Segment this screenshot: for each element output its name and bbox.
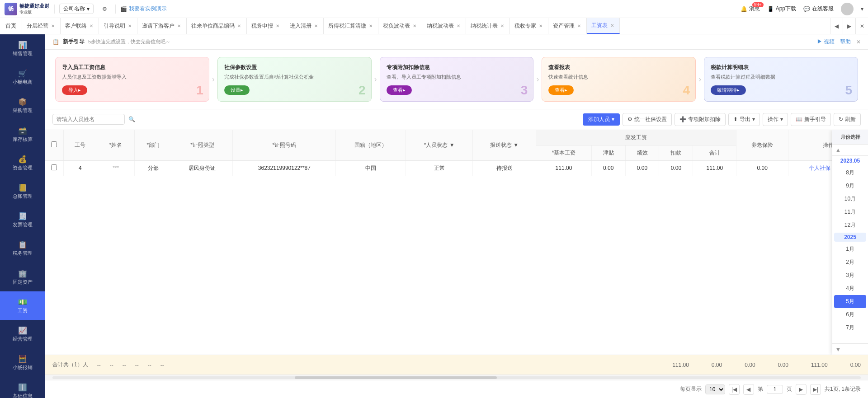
sidebar-item-tax[interactable]: 📋 税务管理 bbox=[0, 234, 45, 262]
refresh-btn[interactable]: ↻ 刷新 bbox=[834, 113, 861, 126]
online-service-btn[interactable]: 💬 在线客服 bbox=[803, 5, 834, 13]
month-item-2[interactable]: 2月 bbox=[832, 256, 868, 269]
month-up-icon[interactable]: ▲ bbox=[835, 146, 841, 154]
month-item-12[interactable]: 12月 bbox=[832, 219, 868, 232]
tab-fenceng[interactable]: 分层经营✕ bbox=[22, 18, 61, 34]
sidebar-item-inventory[interactable]: 🗃️ 库存核算 bbox=[0, 120, 45, 149]
step-2-btn[interactable]: 设置▸ bbox=[224, 85, 250, 95]
tab-close-icon[interactable]: ✕ bbox=[500, 23, 505, 29]
unify-social-btn[interactable]: ⚙ 统一社保设置 bbox=[623, 113, 672, 126]
first-page-btn[interactable]: |◀ bbox=[729, 384, 740, 395]
month-item-8[interactable]: 8月 bbox=[832, 166, 868, 179]
month-down-icon[interactable]: ▼ bbox=[835, 346, 841, 353]
filter-icon2[interactable]: ▼ bbox=[513, 142, 519, 148]
next-page-btn[interactable]: ▶ bbox=[796, 384, 807, 395]
app-download-btn[interactable]: 📱 App下载 bbox=[767, 5, 796, 13]
tab-suode[interactable]: 所得税汇算清缴✕ bbox=[324, 18, 378, 34]
newbie-guide-btn[interactable]: 📖 新手引导 bbox=[791, 113, 831, 126]
tab-home[interactable]: 首页 bbox=[0, 18, 22, 34]
prev-page-btn[interactable]: ◀ bbox=[743, 384, 754, 395]
action-btn[interactable]: 操作 ▾ bbox=[763, 113, 788, 126]
tab-close-icon[interactable]: ✕ bbox=[236, 23, 242, 29]
tab-shuijian[interactable]: 税收专家✕ bbox=[510, 18, 548, 34]
sidebar-item-finance[interactable]: 💰 资金管理 bbox=[0, 149, 45, 177]
tab-close-icon[interactable]: ✕ bbox=[176, 23, 182, 29]
sidebar-item-salary[interactable]: 💵 工资 bbox=[0, 291, 45, 320]
sidebar-item-operation[interactable]: 📈 经营管理 bbox=[0, 320, 45, 348]
tab-close-icon[interactable]: ✕ bbox=[127, 23, 132, 29]
special-deduct-btn[interactable]: ➕ 专项附加扣除 bbox=[675, 113, 726, 126]
pagination-bar: 每页显示 10 20 50 |◀ ◀ 第 页 ▶ ▶| 共1页, 1条记录 bbox=[45, 380, 868, 398]
tab-qingce[interactable]: 进入清册✕ bbox=[285, 18, 324, 34]
sidebar-item-ledger[interactable]: 📒 总账管理 bbox=[0, 177, 45, 206]
step-4-btn[interactable]: 查看▸ bbox=[548, 85, 574, 95]
month-item-11[interactable]: 11月 bbox=[832, 206, 868, 219]
guide-close-btn[interactable]: ✕ bbox=[856, 39, 861, 45]
sidebar-item-sales[interactable]: 📊 销售管理 bbox=[0, 34, 45, 63]
search-icon[interactable]: 🔍 bbox=[128, 116, 135, 122]
month-item-9[interactable]: 9月 bbox=[832, 179, 868, 192]
step-1-btn[interactable]: 导入▸ bbox=[62, 85, 87, 95]
tab-close-icon[interactable]: ✕ bbox=[275, 23, 280, 29]
tab-yaoqing[interactable]: 邀请下游客户✕ bbox=[137, 18, 187, 34]
sidebar-item-basic[interactable]: ℹ️ 基础信息 bbox=[0, 377, 45, 398]
tab-close-all-btn[interactable]: ✕ bbox=[855, 18, 868, 34]
settings-icon[interactable]: ⚙ bbox=[98, 3, 111, 15]
last-page-btn[interactable]: ▶| bbox=[810, 384, 821, 395]
tab-shuifu[interactable]: 税负波动表✕ bbox=[378, 18, 422, 34]
footer-dash2: -- bbox=[110, 362, 113, 368]
tab-kehu[interactable]: 客户联络✕ bbox=[61, 18, 99, 34]
tab-close-icon[interactable]: ✕ bbox=[456, 23, 461, 29]
month-item-5[interactable]: 5月 bbox=[834, 295, 866, 308]
guide-help-btn[interactable]: 帮助 bbox=[840, 38, 851, 46]
notification-btn[interactable]: 🔔 消息 99+ bbox=[741, 5, 760, 13]
guide-video-btn[interactable]: ▶ 视频 bbox=[817, 38, 835, 46]
step-3-btn[interactable]: 查看▸ bbox=[387, 85, 412, 95]
sidebar-item-assets[interactable]: 🏢 固定资产 bbox=[0, 263, 45, 291]
tab-close-icon[interactable]: ✕ bbox=[576, 23, 582, 29]
tab-close-icon[interactable]: ✕ bbox=[368, 23, 373, 29]
tab-yindao[interactable]: 引导说明✕ bbox=[99, 18, 137, 34]
user-menu-btn[interactable]: ▾ bbox=[861, 6, 863, 12]
tab-natong[interactable]: 纳税统计表✕ bbox=[466, 18, 510, 34]
month-item-6[interactable]: 6月 bbox=[832, 308, 868, 321]
sidebar-item-ecommerce[interactable]: 🛒 小畅电商 bbox=[0, 63, 45, 91]
page-size-select[interactable]: 10 20 50 bbox=[705, 384, 725, 394]
tab-close-icon[interactable]: ✕ bbox=[89, 23, 94, 29]
sidebar-item-purchase[interactable]: 📦 采购管理 bbox=[0, 91, 45, 120]
tab-next-btn[interactable]: ▶ bbox=[843, 18, 855, 34]
scrollbar-thumb[interactable] bbox=[295, 376, 497, 379]
avatar[interactable] bbox=[841, 3, 854, 15]
export-btn[interactable]: ⬆ 导出 ▾ bbox=[728, 113, 760, 126]
add-person-btn[interactable]: 添加人员 ▾ bbox=[583, 113, 620, 126]
demo-btn[interactable]: 🎬 我要看实例演示 bbox=[120, 5, 167, 13]
tab-close-icon[interactable]: ✕ bbox=[412, 23, 417, 29]
tab-close-icon[interactable]: ✕ bbox=[609, 22, 615, 29]
tab-close-icon[interactable]: ✕ bbox=[313, 23, 319, 29]
tab-shuiwu[interactable]: 税务申报✕ bbox=[247, 18, 285, 34]
sidebar-item-invoice[interactable]: 🧾 发票管理 bbox=[0, 206, 45, 234]
row-select-checkbox[interactable] bbox=[51, 164, 57, 170]
footer-total-text: 合计共（1）人 bbox=[52, 361, 88, 369]
tab-close-icon[interactable]: ✕ bbox=[538, 23, 543, 29]
personal-insurance-btn[interactable]: 个人社保 bbox=[809, 165, 830, 171]
main-layout: 📊 销售管理 🛒 小畅电商 📦 采购管理 🗃️ 库存核算 💰 资金管理 📒 总账… bbox=[0, 34, 868, 398]
month-item-4[interactable]: 4月 bbox=[832, 282, 868, 295]
tab-prev-btn[interactable]: ◀ bbox=[830, 18, 843, 34]
tab-wanglai[interactable]: 往来单位商品编码✕ bbox=[187, 18, 247, 34]
tab-close-icon[interactable]: ✕ bbox=[50, 23, 56, 29]
tab-gongzi[interactable]: 工资表✕ bbox=[587, 18, 620, 34]
page-input[interactable] bbox=[767, 385, 783, 394]
search-input[interactable] bbox=[52, 114, 125, 125]
step-5-btn[interactable]: 敬请期待▸ bbox=[711, 85, 746, 95]
month-item-7[interactable]: 7月 bbox=[832, 321, 868, 334]
filter-icon[interactable]: ▼ bbox=[449, 142, 455, 148]
month-item-1[interactable]: 1月 bbox=[832, 243, 868, 256]
tab-zichan[interactable]: 资产管理✕ bbox=[548, 18, 587, 34]
month-item-3[interactable]: 3月 bbox=[832, 269, 868, 282]
company-selector[interactable]: 公司名称 ▾ bbox=[59, 4, 94, 14]
select-all-checkbox[interactable] bbox=[51, 141, 57, 147]
sidebar-item-expense[interactable]: 🧮 小畅报销 bbox=[0, 348, 45, 377]
month-item-10[interactable]: 10月 bbox=[832, 192, 868, 206]
tab-nashi[interactable]: 纳税波动表✕ bbox=[422, 18, 466, 34]
